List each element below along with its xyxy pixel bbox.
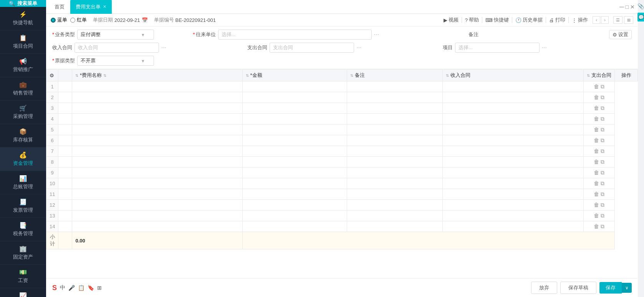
- cell-expense-contract-13[interactable]: [442, 211, 583, 221]
- view-list-icon[interactable]: ☰: [613, 16, 622, 24]
- delete-row-icon-8[interactable]: 🗑: [594, 159, 599, 165]
- cell-expense-contract-4[interactable]: [442, 114, 583, 124]
- cell-expense-contract-11[interactable]: [442, 189, 583, 200]
- delete-row-icon-5[interactable]: 🗑: [594, 126, 599, 133]
- cell-remark-3[interactable]: [242, 103, 347, 114]
- cell-income-contract-1[interactable]: [347, 81, 442, 92]
- cell-expense-name-10[interactable]: [58, 178, 72, 189]
- cell-remark-5[interactable]: [242, 124, 347, 135]
- side-chat-icon[interactable]: 💬: [637, 13, 644, 22]
- copy-row-icon-11[interactable]: ⧉: [601, 191, 604, 197]
- income-contract-input[interactable]: 收入合同: [74, 43, 159, 53]
- radio-red-label[interactable]: 红单: [70, 17, 87, 23]
- table-icon[interactable]: 📋: [78, 285, 84, 291]
- copy-row-icon-7[interactable]: ⧉: [601, 148, 604, 154]
- sidebar-item-purchase[interactable]: 🛒 采购管理: [0, 101, 46, 124]
- toolbar-btn-video[interactable]: ▶ 视频: [444, 17, 459, 23]
- invoice-type-select[interactable]: 不开票 ▾: [77, 56, 154, 66]
- cell-expense-name-7[interactable]: [58, 146, 72, 157]
- expense-contract-input[interactable]: 支出合同: [270, 43, 354, 53]
- sidebar-item-tax-mgmt[interactable]: 📑 税务管理: [0, 218, 46, 241]
- cell-expense-name-1[interactable]: [58, 81, 72, 92]
- cell-amount-11[interactable]: [72, 189, 242, 200]
- delete-row-icon-4[interactable]: 🗑: [594, 116, 599, 122]
- cell-amount-1[interactable]: [72, 81, 242, 92]
- delete-row-icon-6[interactable]: 🗑: [594, 137, 599, 144]
- toolbar-btn-history[interactable]: 🕐 历史单据: [515, 17, 543, 23]
- delete-row-icon-10[interactable]: 🗑: [594, 180, 599, 187]
- copy-row-icon-3[interactable]: ⧉: [601, 105, 604, 111]
- cell-amount-4[interactable]: [72, 114, 242, 124]
- copy-row-icon-12[interactable]: ⧉: [601, 202, 604, 208]
- income-contract-more-icon[interactable]: ···: [161, 44, 166, 51]
- copy-row-icon-1[interactable]: ⧉: [601, 83, 604, 90]
- tab-expense-bill[interactable]: 费用支出单 ✕: [70, 0, 112, 14]
- cell-remark-2[interactable]: [242, 92, 347, 103]
- calendar-icon[interactable]: 📅: [142, 17, 148, 23]
- tab-close-icon[interactable]: ✕: [103, 4, 106, 9]
- nav-next[interactable]: ›: [601, 16, 609, 24]
- cell-expense-name-6[interactable]: [58, 135, 72, 146]
- project-more-icon[interactable]: ···: [542, 44, 547, 51]
- copy-row-icon-5[interactable]: ⧉: [601, 126, 604, 133]
- cell-amount-3[interactable]: [72, 103, 242, 114]
- cell-remark-13[interactable]: [242, 211, 347, 221]
- cell-amount-8[interactable]: [72, 157, 242, 168]
- delete-row-icon-14[interactable]: 🗑: [594, 223, 599, 230]
- delete-row-icon-9[interactable]: 🗑: [594, 169, 599, 176]
- cell-expense-contract-6[interactable]: [442, 135, 583, 146]
- cell-expense-name-2[interactable]: [58, 92, 72, 103]
- cell-amount-12[interactable]: [72, 200, 242, 211]
- sidebar-item-accounting[interactable]: 📊 总账管理: [0, 171, 46, 194]
- copy-row-icon-6[interactable]: ⧉: [601, 137, 604, 144]
- cell-expense-name-14[interactable]: [58, 221, 72, 232]
- cell-remark-12[interactable]: [242, 200, 347, 211]
- col-settings[interactable]: ⚙: [46, 70, 58, 81]
- cell-expense-name-4[interactable]: [58, 114, 72, 124]
- toolbar-btn-shortcut[interactable]: ⌨ 快捷键: [485, 17, 509, 23]
- delete-row-icon-1[interactable]: 🗑: [594, 83, 599, 90]
- mic-icon[interactable]: 🎤: [68, 285, 75, 291]
- sidebar-item-ops-mgmt[interactable]: 📈 经营管理: [0, 288, 46, 297]
- sidebar-header[interactable]: 🔍 搜索菜单: [0, 0, 46, 7]
- biz-type-select[interactable]: 应付调整 ▾: [77, 30, 154, 40]
- cell-expense-contract-5[interactable]: [442, 124, 583, 135]
- cell-expense-contract-14[interactable]: [442, 221, 583, 232]
- cell-amount-10[interactable]: [72, 178, 242, 189]
- delete-row-icon-13[interactable]: 🗑: [594, 212, 599, 219]
- delete-row-icon-11[interactable]: 🗑: [594, 191, 599, 197]
- cell-expense-contract-10[interactable]: [442, 178, 583, 189]
- cell-remark-1[interactable]: [242, 81, 347, 92]
- cell-amount-14[interactable]: [72, 221, 242, 232]
- cell-income-contract-10[interactable]: [347, 178, 442, 189]
- sidebar-item-sales-mgmt[interactable]: 💼 销售管理: [0, 77, 46, 101]
- copy-row-icon-9[interactable]: ⧉: [601, 169, 604, 176]
- copy-row-icon-8[interactable]: ⧉: [601, 159, 604, 165]
- cell-amount-13[interactable]: [72, 211, 242, 221]
- cell-expense-name-13[interactable]: [58, 211, 72, 221]
- nav-prev[interactable]: ‹: [593, 16, 600, 24]
- cell-expense-contract-1[interactable]: [442, 81, 583, 92]
- delete-row-icon-12[interactable]: 🗑: [594, 202, 599, 208]
- save-button[interactable]: 保存: [599, 282, 622, 294]
- cell-expense-name-9[interactable]: [58, 168, 72, 178]
- save-draft-button[interactable]: 保存草稿: [560, 282, 596, 294]
- cell-expense-name-12[interactable]: [58, 200, 72, 211]
- radio-blue-input[interactable]: [51, 18, 56, 23]
- view-grid-icon[interactable]: ⊞: [624, 16, 633, 24]
- sidebar-item-invoice-mgmt[interactable]: 🧾 发票管理: [0, 194, 46, 218]
- cell-expense-name-8[interactable]: [58, 157, 72, 168]
- cell-expense-name-5[interactable]: [58, 124, 72, 135]
- cell-income-contract-5[interactable]: [347, 124, 442, 135]
- side-clip-icon[interactable]: 📎: [638, 3, 644, 10]
- cell-expense-contract-8[interactable]: [442, 157, 583, 168]
- delete-row-icon-2[interactable]: 🗑: [594, 94, 599, 101]
- cell-income-contract-2[interactable]: [347, 92, 442, 103]
- cell-income-contract-4[interactable]: [347, 114, 442, 124]
- sidebar-item-inventory[interactable]: 📦 库存核算: [0, 124, 46, 148]
- grid-icon[interactable]: ⊞: [97, 285, 102, 291]
- cell-amount-7[interactable]: [72, 146, 242, 157]
- discard-button[interactable]: 放弃: [531, 282, 557, 294]
- settings-button[interactable]: ⚙ 设置: [609, 30, 632, 39]
- cell-income-contract-14[interactable]: [347, 221, 442, 232]
